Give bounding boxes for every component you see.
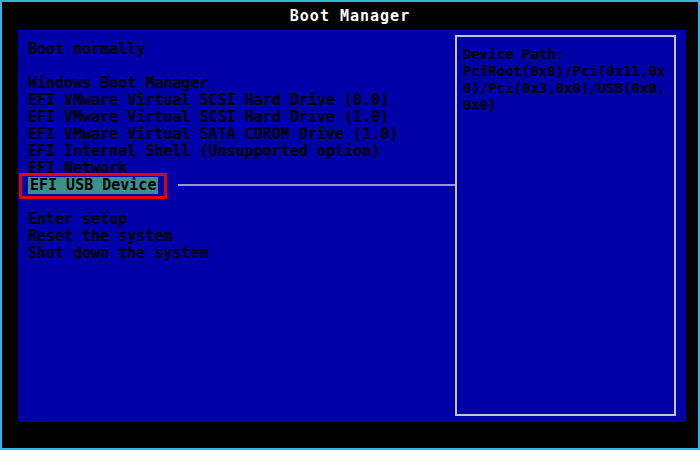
boot-option-scsi-hard-drive-1[interactable]: EFI VMware Virtual SCSI Hard Drive (1.0) bbox=[28, 109, 398, 126]
boot-option-scsi-hard-drive-0[interactable]: EFI VMware Virtual SCSI Hard Drive (0.0) bbox=[28, 92, 398, 109]
boot-option-efi-usb-device[interactable]: EFI USB Device bbox=[28, 177, 398, 194]
device-path-line: 0x0) bbox=[463, 97, 668, 114]
menu-spacer bbox=[28, 58, 398, 75]
menu-item-reset-system[interactable]: Reset the system bbox=[28, 228, 398, 245]
key-hints-bar: ↑↓=Move Highlight <Enter>=Select Entry bbox=[2, 422, 698, 448]
device-path-line: PciRoot(0x0)/Pci(0x11,0x bbox=[463, 63, 668, 80]
selection-connector-line bbox=[178, 184, 455, 186]
device-path-heading: Device Path: bbox=[463, 46, 668, 63]
boot-option-windows-boot-manager[interactable]: Windows Boot Manager bbox=[28, 75, 398, 92]
device-path-panel: Device Path: PciRoot(0x0)/Pci(0x11,0x 0)… bbox=[455, 35, 676, 416]
annotation-red-box: EFI USB Device bbox=[19, 173, 167, 199]
page-title: Boot Manager bbox=[2, 7, 698, 25]
device-path-line: 0)/Pci(0x3,0x0)/USB(0x0, bbox=[463, 80, 668, 97]
boot-options-menu: Boot normally Windows Boot Manager EFI V… bbox=[28, 41, 398, 262]
boot-manager-screen: Boot Manager Boot normally Windows Boot … bbox=[0, 0, 700, 450]
boot-option-efi-internal-shell[interactable]: EFI Internal Shell (Unsupported option) bbox=[28, 143, 398, 160]
menu-item-shut-down-system[interactable]: Shut down the system bbox=[28, 245, 398, 262]
boot-option-sata-cdrom-drive[interactable]: EFI VMware Virtual SATA CDROM Drive (1.0… bbox=[28, 126, 398, 143]
boot-option-boot-normally[interactable]: Boot normally bbox=[28, 41, 398, 58]
selection-highlight: EFI USB Device bbox=[28, 177, 158, 194]
boot-manager-panel: Boot normally Windows Boot Manager EFI V… bbox=[18, 30, 686, 424]
